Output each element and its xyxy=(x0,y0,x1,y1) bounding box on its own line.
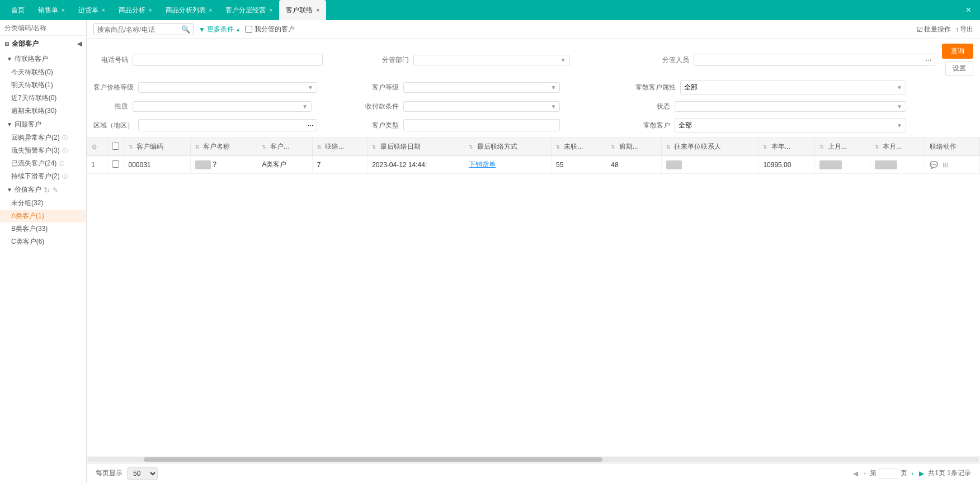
filter-dept-cell: 分管部门 ▼ xyxy=(374,52,655,68)
th-name: ⇅ 客户名称 xyxy=(190,138,257,156)
dept-select[interactable]: ▼ xyxy=(413,55,570,65)
week-pending-item[interactable]: 近7天待联络(0) xyxy=(0,92,86,105)
qr-icon[interactable]: ⊞ xyxy=(943,161,948,169)
repurchase-abnormal-item[interactable]: 回购异常客户(2) ⓘ xyxy=(0,131,86,144)
comment-icon[interactable]: 💬 xyxy=(930,161,938,169)
th-last-month: ⇅ 上月... xyxy=(815,138,870,156)
manager-select[interactable]: ··· xyxy=(694,54,935,66)
nav-purchase[interactable]: 进货单 × xyxy=(72,0,112,20)
retail-customer-select[interactable]: 全部 ▼ xyxy=(675,119,906,132)
toolbar-search-input[interactable] xyxy=(97,26,181,34)
last-page-button[interactable]: ▶ xyxy=(917,470,926,477)
export-button[interactable]: ↑ 导出 xyxy=(955,25,973,34)
grid-icon: ⊞ xyxy=(4,41,9,47)
sidebar-search-input[interactable] xyxy=(4,24,87,32)
select-all-checkbox[interactable] xyxy=(112,143,119,150)
ungrouped-item[interactable]: 未分组(32) xyxy=(0,197,86,210)
c-class-item[interactable]: C类客户(6) xyxy=(0,235,86,248)
query-btn-group: 查询 设置 xyxy=(935,44,973,76)
sort-name-icon[interactable]: ⇅ xyxy=(195,144,200,150)
churn-warning-item[interactable]: 流失预警客户(3) ⓘ xyxy=(0,144,86,157)
row-name: ? xyxy=(190,156,257,174)
info-icon1: ⓘ xyxy=(62,134,68,142)
next-page-button[interactable]: › xyxy=(910,470,915,477)
all-customers-header[interactable]: ⊞ 全部客户 ◀ xyxy=(0,36,86,52)
close-customer-segmentation-icon[interactable]: × xyxy=(269,7,272,13)
overdue-item[interactable]: 逾期未联络(30) xyxy=(0,105,86,117)
retail-attr-select[interactable]: 全部 ▼ xyxy=(680,80,906,94)
close-all-button[interactable]: × xyxy=(962,5,976,15)
declining-item[interactable]: 持续下滑客户(2) ⓘ xyxy=(0,170,86,183)
close-product-analysis-icon[interactable]: × xyxy=(149,7,152,13)
query-button[interactable]: 查询 xyxy=(942,44,973,59)
region-label: 区域（地区） xyxy=(93,121,138,130)
retail-customer-arrow: ▼ xyxy=(897,122,902,129)
horizontal-scrollbar[interactable] xyxy=(87,456,980,463)
sort-year-icon[interactable]: ⇅ xyxy=(763,144,767,150)
info-icon3: ⓘ xyxy=(59,160,64,168)
my-customers-checkbox[interactable] xyxy=(245,26,252,33)
close-customer-contact-icon[interactable]: × xyxy=(316,7,319,13)
th-settings: ⚙ xyxy=(87,138,107,156)
row-index: 1 xyxy=(87,156,107,174)
row-last-month xyxy=(815,156,870,174)
close-sales-icon[interactable]: × xyxy=(62,7,65,13)
sort-contact-person-icon[interactable]: ⇅ xyxy=(666,144,671,150)
churned-item[interactable]: 已流失客户(24) ⓘ xyxy=(0,157,86,170)
first-page-button[interactable]: ◀ xyxy=(851,470,860,477)
sort-lm-icon[interactable]: ⇅ xyxy=(819,144,824,150)
customer-level-select[interactable]: ▼ xyxy=(403,82,560,93)
pending-contact-group[interactable]: ▼ 待联络客户 xyxy=(0,52,86,66)
collapse-icon[interactable]: ◀ xyxy=(77,40,82,48)
refresh-icon[interactable]: ↻ xyxy=(44,186,50,195)
sort-no-contact-icon[interactable]: ⇅ xyxy=(556,144,560,150)
nature-arrow: ▼ xyxy=(302,103,308,110)
b-class-item[interactable]: B类客户(33) xyxy=(0,222,86,235)
page-number-input[interactable]: 1 xyxy=(879,468,898,479)
today-pending-item[interactable]: 今天待联络(0) xyxy=(0,66,86,79)
more-filter-button[interactable]: ▼ 更多条件 ▲ xyxy=(199,25,241,34)
filter-row-2: 客户价格等级 ▼ 客户等级 ▼ 零散客户属性 全部 xyxy=(93,79,973,95)
problem-customers-group[interactable]: ▼ 问题客户 xyxy=(0,117,86,131)
close-purchase-icon[interactable]: × xyxy=(102,7,105,13)
phone-input[interactable] xyxy=(133,54,323,66)
price-level-select[interactable]: ▼ xyxy=(138,82,317,93)
sort-method-icon[interactable]: ⇅ xyxy=(469,144,473,150)
toolbar: 🔍 ▼ 更多条件 ▲ 我分管的客户 ☑ 批量操作 ↑ 导出 xyxy=(87,20,980,39)
nav-product-analysis[interactable]: 商品分析 × xyxy=(112,0,159,20)
settings-button[interactable]: 设置 xyxy=(945,61,973,76)
payment-select[interactable]: ▼ xyxy=(403,101,560,112)
a-class-item[interactable]: A类客户(1) xyxy=(0,210,86,222)
nav-product-analysis-list[interactable]: 商品分析列表 × xyxy=(159,0,219,20)
per-page-select[interactable]: 50 100 200 xyxy=(127,467,158,480)
customer-type-input[interactable] xyxy=(403,119,560,131)
nav-customer-segmentation[interactable]: 客户分层经营 × xyxy=(219,0,279,20)
nav-customer-contact[interactable]: 客户联络 × xyxy=(279,0,326,20)
region-select[interactable]: ··· xyxy=(138,119,317,131)
contact-method-link[interactable]: 下销货单 xyxy=(469,160,496,168)
scrollbar-thumb[interactable] xyxy=(144,457,602,462)
sort-overdue-icon[interactable]: ⇅ xyxy=(611,144,615,150)
status-select[interactable]: ▼ xyxy=(675,101,906,112)
filter-row-3: 性质 ▼ 收付款条件 ▼ 状态 xyxy=(93,98,973,114)
row-checkbox[interactable] xyxy=(112,160,119,168)
sort-date-icon[interactable]: ⇅ xyxy=(372,144,376,150)
table-settings-icon[interactable]: ⚙ xyxy=(91,143,97,151)
sort-type-icon[interactable]: ⇅ xyxy=(262,144,266,150)
arrow-down-icon2: ▼ xyxy=(7,121,12,127)
sort-code-icon[interactable]: ⇅ xyxy=(129,144,133,150)
batch-operation-button[interactable]: ☑ 批量操作 xyxy=(917,25,951,34)
action-icons-container: 💬 ⊞ xyxy=(930,161,975,169)
sort-contact-icon[interactable]: ⇅ xyxy=(317,144,322,150)
nature-select[interactable]: ▼ xyxy=(133,101,312,112)
tomorrow-pending-item[interactable]: 明天待联络(1) xyxy=(0,79,86,92)
nav-sales[interactable]: 销售单 × xyxy=(31,0,72,20)
customer-type-label: 客户类型 xyxy=(364,121,403,130)
prev-page-button[interactable]: ‹ xyxy=(862,470,868,477)
value-customers-group[interactable]: ▼ 价值客户 ↻ ✎ xyxy=(0,183,86,197)
edit-icon[interactable]: ✎ xyxy=(53,186,58,194)
row-actions: 💬 ⊞ xyxy=(925,156,980,174)
nav-home[interactable]: 首页 xyxy=(4,0,31,20)
close-product-analysis-list-icon[interactable]: × xyxy=(209,7,213,13)
sort-cm-icon[interactable]: ⇅ xyxy=(875,144,879,150)
